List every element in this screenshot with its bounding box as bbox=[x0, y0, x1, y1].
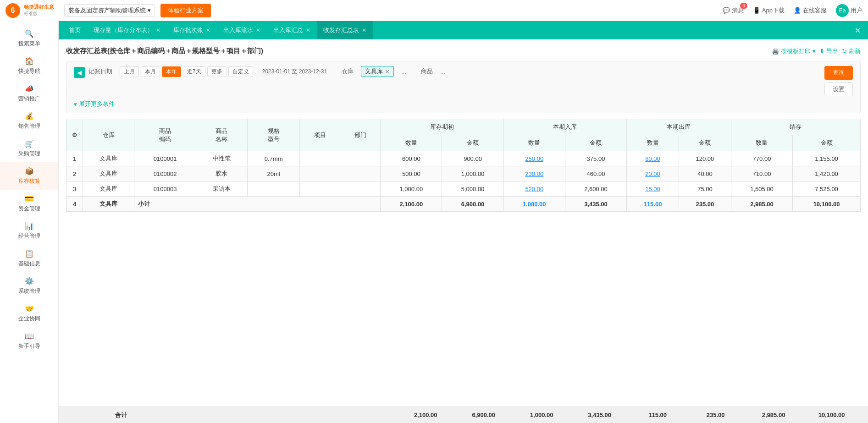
row-out-qty[interactable]: 15.00 bbox=[627, 181, 679, 197]
date-btn-this-year[interactable]: 本年 bbox=[162, 66, 181, 77]
sidebar-item-quicknav[interactable]: 🏠 快捷导航 bbox=[0, 52, 58, 80]
table-row: 1 文具库 0100001 中性笔 0.7mm 600.00 900.00 25… bbox=[66, 151, 861, 166]
page-content: 收发存汇总表(按仓库＋商品编码＋商品＋规格型号＋项目＋部门) 🖨️ 按模板打印 … bbox=[59, 39, 868, 407]
system-title-selector[interactable]: 装备及固定资产辅助管理系统 ▾ bbox=[64, 4, 155, 17]
row-in-qty[interactable]: 230.00 bbox=[503, 166, 565, 181]
try-button[interactable]: 体验行业方案 bbox=[160, 4, 211, 17]
sales-icon: 💰 bbox=[25, 112, 34, 121]
row-num: 2 bbox=[66, 166, 83, 181]
sidebar-item-collab[interactable]: 🤝 企业协同 bbox=[0, 300, 58, 327]
sidebar-item-search[interactable]: 🔍 搜索菜单 bbox=[0, 25, 58, 52]
app-icon: 📱 bbox=[753, 7, 760, 14]
user-area[interactable]: Ea 用户 bbox=[836, 4, 862, 17]
date-btn-last-month[interactable]: 上月 bbox=[120, 66, 139, 77]
sidebar-item-sales[interactable]: 💰 销售管理 bbox=[0, 107, 58, 135]
settings-button[interactable]: 设置 bbox=[824, 82, 853, 96]
sidebar-item-operation[interactable]: 📊 经营管理 bbox=[0, 217, 58, 245]
row-project bbox=[300, 151, 340, 166]
filter-collapse-btn[interactable]: ◀ bbox=[74, 67, 85, 78]
row-in-qty[interactable]: 250.00 bbox=[503, 151, 565, 166]
row-open-qty: 500.00 bbox=[381, 166, 442, 181]
tab-close-inout-flow[interactable]: ✕ bbox=[256, 27, 260, 33]
refresh-icon: ↻ bbox=[842, 48, 847, 55]
expand-icon: ▾ bbox=[74, 101, 77, 108]
sidebar: 🔍 搜索菜单 🏠 快捷导航 📣 营销推广 💰 销售管理 🛒 采购管 bbox=[0, 21, 59, 423]
table-row: 3 文具库 0100003 采访本 1,000.00 5,000.00 520.… bbox=[66, 181, 861, 197]
row-name: 采访本 bbox=[196, 181, 247, 197]
operation-icon: 📊 bbox=[25, 222, 34, 231]
tab-inout-summary[interactable]: 出入库汇总 ✕ bbox=[267, 21, 317, 39]
warehouse-tag-close[interactable]: ✕ bbox=[385, 68, 390, 75]
row-warehouse: 文具库 bbox=[83, 181, 134, 197]
warehouse-selector[interactable]: ... bbox=[401, 68, 406, 75]
refresh-button[interactable]: ↻ 刷新 bbox=[842, 47, 861, 55]
tab-close-stock-dist[interactable]: ✕ bbox=[156, 27, 160, 33]
online-service-button[interactable]: 👤 在线客服 bbox=[794, 6, 827, 15]
marketing-icon: 📣 bbox=[25, 84, 34, 93]
row-code: 0100001 bbox=[134, 151, 196, 166]
sidebar-item-finance[interactable]: 💳 资金管理 bbox=[0, 190, 58, 217]
row-out-qty[interactable]: 80.00 bbox=[627, 151, 679, 166]
date-btn-this-month[interactable]: 本月 bbox=[141, 66, 160, 77]
tab-recv-send[interactable]: 收发存汇总表 ✕ bbox=[317, 21, 373, 39]
message-button[interactable]: 💬 消息 6 bbox=[723, 6, 744, 15]
th-warehouse: 仓库 bbox=[83, 119, 134, 151]
finance-icon: 💳 bbox=[25, 194, 34, 203]
query-button[interactable]: 查询 bbox=[824, 66, 853, 80]
expand-conditions-btn[interactable]: ▾ 展开更多条件 bbox=[74, 100, 853, 108]
tab-close-recv-send[interactable]: ✕ bbox=[362, 27, 366, 33]
tab-bar: 首页 现存量（库存分布表） ✕ 库存批次账 ✕ 出入库流水 ✕ 出入库汇总 ✕ bbox=[59, 21, 868, 39]
tab-close-inout-summary[interactable]: ✕ bbox=[306, 27, 310, 33]
subtotal-in-qty[interactable]: 1,000.00 bbox=[503, 197, 565, 212]
goods-selector[interactable]: ... bbox=[440, 68, 445, 75]
sidebar-item-guide[interactable]: 📖 新手引导 bbox=[0, 327, 58, 355]
tab-batch[interactable]: 库存批次账 ✕ bbox=[167, 21, 217, 39]
sidebar-item-system[interactable]: ⚙️ 系统管理 bbox=[0, 272, 58, 300]
date-btn-more[interactable]: 更多 bbox=[207, 66, 227, 77]
app-container: 6 畅捷通好生意 标准版 装备及固定资产辅助管理系统 ▾ 体验行业方案 💬 消息… bbox=[0, 0, 868, 423]
row-out-qty[interactable]: 20.00 bbox=[627, 166, 679, 181]
date-label: 记账日期 bbox=[88, 67, 112, 76]
tab-inout-flow[interactable]: 出入库流水 ✕ bbox=[217, 21, 267, 39]
date-btn-7days[interactable]: 近7天 bbox=[183, 66, 205, 77]
sidebar-item-basic[interactable]: 📋 基础信息 bbox=[0, 245, 58, 272]
sidebar-item-inventory[interactable]: 📦 库存核算 bbox=[0, 162, 58, 190]
row-name: 胶水 bbox=[196, 166, 247, 181]
tab-bar-close[interactable]: ✕ bbox=[851, 26, 864, 35]
row-open-qty: 600.00 bbox=[381, 151, 442, 166]
subtotal-out-qty[interactable]: 115.00 bbox=[627, 197, 679, 212]
th-out-amount: 金额 bbox=[679, 135, 731, 151]
row-code: 0100002 bbox=[134, 166, 196, 181]
service-icon: 👤 bbox=[794, 7, 801, 14]
row-out-amount: 75.00 bbox=[679, 181, 731, 197]
app-download-button[interactable]: 📱 App下载 bbox=[753, 6, 785, 15]
tab-home[interactable]: 首页 bbox=[62, 21, 87, 39]
data-table: ⚙ 仓库 商品编码 商品名称 规格型号 项目 部门 库存期初 本期入库 本期出库 bbox=[66, 119, 861, 212]
tab-close-batch[interactable]: ✕ bbox=[206, 27, 210, 33]
subtotal-open-amount: 6,900.00 bbox=[442, 197, 503, 212]
print-button[interactable]: 🖨️ 按模板打印 ▾ bbox=[772, 47, 816, 55]
row-num: 3 bbox=[66, 181, 83, 197]
date-btn-custom[interactable]: 自定义 bbox=[228, 66, 253, 77]
th-period-out: 本期出库 bbox=[627, 119, 731, 135]
date-range: 2023-01-01 至 2023-12-31 bbox=[262, 68, 327, 76]
page-actions: 🖨️ 按模板打印 ▾ ⬇ 导出 ↻ 刷新 bbox=[772, 47, 861, 55]
inventory-icon: 📦 bbox=[25, 167, 34, 176]
row-name: 中性笔 bbox=[196, 151, 247, 166]
th-project: 项目 bbox=[300, 119, 340, 151]
th-settings: ⚙ bbox=[66, 119, 83, 151]
total-in-amount: 3,435.00 bbox=[570, 411, 628, 419]
total-row: 合计 2,100.00 6,900.00 1,000.00 3,435.00 1… bbox=[66, 411, 861, 419]
export-button[interactable]: ⬇ 导出 bbox=[819, 47, 838, 55]
th-goods-code: 商品编码 bbox=[134, 119, 196, 151]
sidebar-item-purchase[interactable]: 🛒 采购管理 bbox=[0, 135, 58, 162]
tab-stock-dist[interactable]: 现存量（库存分布表） ✕ bbox=[87, 21, 167, 39]
th-in-amount: 金额 bbox=[565, 135, 626, 151]
row-open-amount: 1,000.00 bbox=[442, 166, 503, 181]
logo-text: 畅捷通好生意 标准版 bbox=[24, 4, 54, 17]
message-icon: 💬 bbox=[723, 7, 730, 14]
sidebar-item-marketing[interactable]: 📣 营销推广 bbox=[0, 80, 58, 107]
date-buttons: 上月 本月 本年 近7天 更多 自定义 bbox=[120, 66, 253, 77]
row-in-qty[interactable]: 520.00 bbox=[503, 181, 565, 197]
th-goods-spec: 规格型号 bbox=[248, 119, 300, 151]
